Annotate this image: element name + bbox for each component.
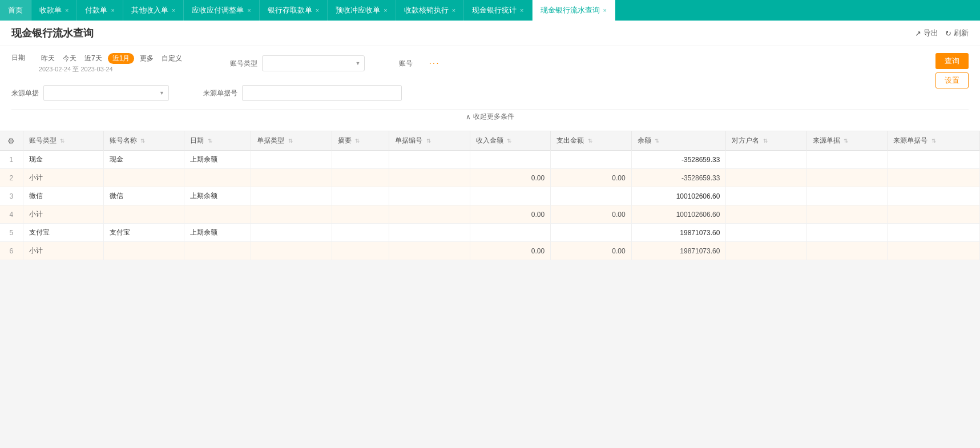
sort-source-doc-no-icon: ⇅ xyxy=(931,138,936,144)
date-shortcut-yesterday[interactable]: 昨天 xyxy=(39,53,57,64)
nav-bank-deposit-close[interactable]: × xyxy=(316,7,319,14)
sort-source-doc-icon: ⇅ xyxy=(844,138,848,144)
filter-row-1: 日期 昨天 今天 近7天 近1月 更多 自定义 2023-02-24 至 202… xyxy=(11,53,935,74)
table-body: 1现金现金上期余额-3528659.332小计0.000.00-3528659.… xyxy=(0,151,980,260)
settings-button[interactable]: 设置 xyxy=(935,72,969,88)
table-row: 4小计0.000.00100102606.60 xyxy=(0,205,980,224)
th-expense[interactable]: 支出金额 ⇅ xyxy=(551,131,631,151)
collapse-icon: ∧ xyxy=(466,113,471,121)
sort-income-icon: ⇅ xyxy=(507,138,511,144)
th-settings[interactable]: ⚙ xyxy=(0,131,23,151)
filter-area: 日期 昨天 今天 近7天 近1月 更多 自定义 2023-02-24 至 202… xyxy=(0,46,980,131)
nav-cash-flow-query[interactable]: 现金银行流水查询 × xyxy=(533,0,615,21)
nav-adjustment-close[interactable]: × xyxy=(247,7,251,14)
date-shortcut-1month[interactable]: 近1月 xyxy=(108,53,135,64)
source-doc-no-label: 来源单据号 xyxy=(203,88,237,98)
filter-row-2: 来源单据 来源单据号 xyxy=(11,85,935,101)
date-shortcut-7days[interactable]: 近7天 xyxy=(82,53,104,64)
th-date[interactable]: 日期 ⇅ xyxy=(184,131,251,151)
nav-payment[interactable]: 付款单 × xyxy=(77,0,123,21)
nav-cash-stats[interactable]: 现金银行统计 × xyxy=(464,0,532,21)
table-row: 3微信微信上期余额100102606.60 xyxy=(0,187,980,205)
table-row: 6小计0.000.0019871073.60 xyxy=(0,242,980,260)
th-source-doc-no[interactable]: 来源单据号 ⇅ xyxy=(888,131,980,151)
source-doc-select-wrapper xyxy=(43,85,169,101)
export-button[interactable]: ↗ 导出 xyxy=(915,28,938,38)
data-table: ⚙ 账号类型 ⇅ 账号名称 ⇅ 日期 ⇅ 单据类型 ⇅ xyxy=(0,131,980,260)
source-doc-no-input[interactable] xyxy=(242,85,402,101)
account-type-select-wrapper xyxy=(262,55,365,71)
sort-expense-icon: ⇅ xyxy=(588,138,592,144)
gear-icon: ⚙ xyxy=(7,136,15,146)
page-title: 现金银行流水查询 xyxy=(11,26,94,40)
account-type-label: 账号类型 xyxy=(230,59,257,68)
nav-other-income-close[interactable]: × xyxy=(172,7,175,14)
nav-cash-flow-query-close[interactable]: × xyxy=(603,7,607,14)
table-container: ⚙ 账号类型 ⇅ 账号名称 ⇅ 日期 ⇅ 单据类型 ⇅ xyxy=(0,131,980,260)
sort-date-icon: ⇅ xyxy=(208,138,212,144)
nav-collection-exec-close[interactable]: × xyxy=(452,7,455,14)
account-no-label: 账号 xyxy=(399,59,422,68)
sort-summary-icon: ⇅ xyxy=(355,138,360,144)
nav-home[interactable]: 首页 xyxy=(0,0,31,21)
header-actions: ↗ 导出 ↻ 刷新 xyxy=(915,28,969,38)
table-row: 5支付宝支付宝上期余额19871073.60 xyxy=(0,224,980,242)
th-doc-type[interactable]: 单据类型 ⇅ xyxy=(251,131,332,151)
th-summary[interactable]: 摘要 ⇅ xyxy=(332,131,389,151)
query-button[interactable]: 查询 xyxy=(935,53,969,69)
date-label: 日期 xyxy=(11,53,34,63)
table-header-row: ⚙ 账号类型 ⇅ 账号名称 ⇅ 日期 ⇅ 单据类型 ⇅ xyxy=(0,131,980,151)
nav-receipt-close[interactable]: × xyxy=(65,7,68,14)
nav-receipt[interactable]: 收款单 × xyxy=(31,0,77,21)
sort-doc-type-icon: ⇅ xyxy=(288,138,293,144)
sort-balance-icon: ⇅ xyxy=(655,138,659,144)
page-header: 现金银行流水查询 ↗ 导出 ↻ 刷新 xyxy=(0,21,980,46)
nav-collection-exec[interactable]: 收款核销执行 × xyxy=(396,0,464,21)
nav-advance-offset[interactable]: 预收冲应收单 × xyxy=(328,0,396,21)
date-shortcut-custom[interactable]: 自定义 xyxy=(159,53,184,64)
nav-advance-offset-close[interactable]: × xyxy=(384,7,387,14)
th-account-name[interactable]: 账号名称 ⇅ xyxy=(103,131,184,151)
filter-right-buttons: 查询 设置 xyxy=(935,53,969,88)
export-icon: ↗ xyxy=(915,29,921,38)
nav-other-income[interactable]: 其他收入单 × xyxy=(123,0,184,21)
th-income[interactable]: 收入金额 ⇅ xyxy=(470,131,550,151)
refresh-button[interactable]: ↻ 刷新 xyxy=(945,28,969,38)
date-shortcut-today[interactable]: 今天 xyxy=(61,53,79,64)
top-navigation: 首页 收款单 × 付款单 × 其他收入单 × 应收应付调整单 × 银行存取款单 … xyxy=(0,0,980,21)
source-doc-label: 来源单据 xyxy=(11,88,39,98)
sort-doc-no-icon: ⇅ xyxy=(426,138,431,144)
th-balance[interactable]: 余额 ⇅ xyxy=(631,131,726,151)
refresh-icon: ↻ xyxy=(945,29,951,38)
th-account-type[interactable]: 账号类型 ⇅ xyxy=(23,131,103,151)
sort-account-type-icon: ⇅ xyxy=(60,138,64,144)
nav-payment-close[interactable]: × xyxy=(111,7,114,14)
date-shortcut-more[interactable]: 更多 xyxy=(138,53,156,64)
account-no-more-button[interactable]: ··· xyxy=(426,58,442,68)
nav-adjustment[interactable]: 应收应付调整单 × xyxy=(184,0,259,21)
account-type-select[interactable] xyxy=(262,55,365,71)
date-shortcuts: 昨天 今天 近7天 近1月 更多 自定义 xyxy=(39,53,184,64)
date-range-display: 2023-02-24 至 2023-03-24 xyxy=(39,65,184,74)
nav-bank-deposit[interactable]: 银行存取款单 × xyxy=(260,0,328,21)
th-source-doc[interactable]: 来源单据 ⇅ xyxy=(806,131,887,151)
table-row: 1现金现金上期余额-3528659.33 xyxy=(0,151,980,169)
th-doc-no[interactable]: 单据编号 ⇅ xyxy=(389,131,470,151)
collapse-more-conditions[interactable]: ∧ 收起更多条件 xyxy=(11,109,969,124)
nav-cash-stats-close[interactable]: × xyxy=(520,7,523,14)
sort-counterpart-icon: ⇅ xyxy=(763,138,768,144)
table-row: 2小计0.000.00-3528659.33 xyxy=(0,169,980,187)
sort-account-name-icon: ⇅ xyxy=(140,138,145,144)
th-counterpart[interactable]: 对方户名 ⇅ xyxy=(726,131,806,151)
source-doc-select[interactable] xyxy=(43,85,169,101)
